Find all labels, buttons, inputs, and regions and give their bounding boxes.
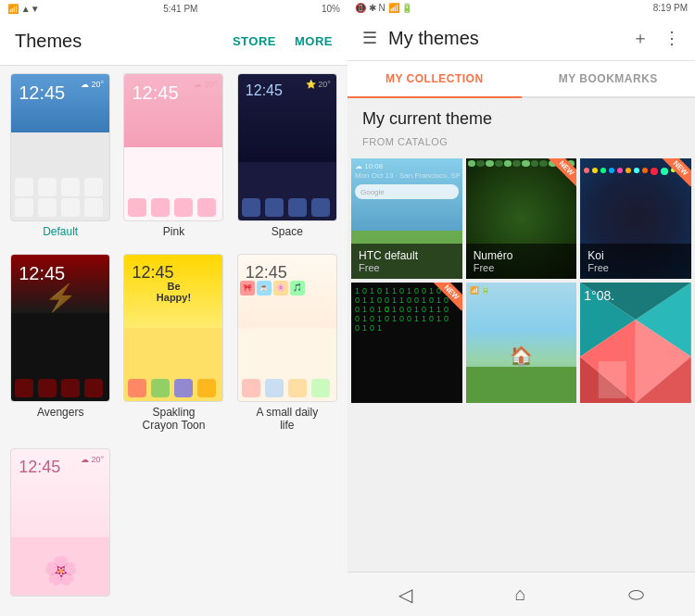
theme-clock-floral: 12:45 <box>19 459 60 475</box>
m-char: 1 <box>377 314 385 323</box>
koi-dot <box>651 168 658 175</box>
app-icon <box>15 379 33 397</box>
new-badge-matrix <box>431 283 462 314</box>
store-button[interactable]: STORE <box>233 34 276 48</box>
right-status-bar: 📵 ✱ N 📶 🔋 8:19 PM <box>348 0 695 16</box>
catalog-thumb-nature: 📶 🔋 🏠 <box>466 283 577 403</box>
m-char: 1 <box>392 305 399 314</box>
back-button[interactable]: ◁ <box>398 584 412 606</box>
bottom-nav: ◁ ⌂ ⬭ <box>348 572 695 616</box>
catalog-item-numero[interactable]: Numéro Free <box>466 158 577 279</box>
theme-item-floral[interactable]: 12:45 ☁ 20° 🌸 <box>7 448 113 609</box>
m-char: 0 <box>370 323 377 333</box>
nature-status: 📶 🔋 <box>470 286 490 295</box>
app-icon <box>265 198 284 217</box>
catalog-name-htc: HTC default <box>359 249 455 262</box>
home-button[interactable]: ⌂ <box>514 584 525 605</box>
m-char: 1 <box>377 305 385 314</box>
tabs-bar: MY COLLECTION MY BOOKMARKS <box>348 61 695 98</box>
m-char: 1 <box>392 286 399 295</box>
app-icon <box>15 198 33 217</box>
catalog-price-numero: Free <box>474 262 570 273</box>
m-char: 0 <box>355 314 362 323</box>
koi-dot <box>626 168 631 173</box>
right-title: My themes <box>388 28 479 49</box>
theme-item-daily[interactable]: 12:45 🎀 ☕ 🌸 🎵 A small daily life <box>234 254 340 440</box>
app-icon <box>242 198 260 217</box>
new-badge-koi <box>660 158 691 190</box>
m-char: 1 <box>392 314 399 323</box>
catalog-item-poly[interactable]: 1°08. <box>580 283 691 403</box>
theme-item-default[interactable]: 12:45 ☁ 20° Default <box>7 73 113 246</box>
m-char: 1 <box>370 295 377 305</box>
theme-item-avengers[interactable]: 12:45 ⚡ Avengers <box>7 254 113 440</box>
dot <box>512 160 521 167</box>
right-header-actions: ＋ ⋮ <box>632 27 680 49</box>
more-button[interactable]: MORE <box>295 34 333 48</box>
catalog-item-koi[interactable]: Koi Free <box>580 158 691 279</box>
koi-dot <box>592 168 598 173</box>
m-char: 0 <box>399 314 407 323</box>
theme-thumb-pink: 12:45 ☁ 20° <box>123 73 223 221</box>
theme-label-pink: Pink <box>163 225 184 238</box>
recent-button[interactable]: ⬭ <box>628 584 644 605</box>
app-icon <box>38 198 57 217</box>
theme-item-crayon[interactable]: 12:45 BeHappy! Spakling Crayon Toon <box>120 254 226 440</box>
left-title: Themes <box>15 31 82 52</box>
catalog-thumb-matrix: 1010110100101011001100101001010100101100… <box>351 283 462 403</box>
right-header: ☰ My themes ＋ ⋮ <box>348 16 695 61</box>
app-icon <box>84 178 103 196</box>
add-icon[interactable]: ＋ <box>632 27 649 49</box>
theme-clock-default: 12:45 <box>19 83 65 102</box>
m-char: 0 <box>370 305 377 314</box>
m-char: 0 <box>362 286 370 295</box>
weather-pink: ☁ 20° <box>194 80 217 89</box>
m-char: 0 <box>407 314 414 323</box>
theme-clock-space: 12:45 <box>246 83 283 98</box>
theme-thumb-crayon: 12:45 BeHappy! <box>123 254 223 402</box>
overflow-icon[interactable]: ⋮ <box>663 28 680 48</box>
m-char: 1 <box>370 286 377 295</box>
theme-item-pink[interactable]: 12:45 ☁ 20° Pink <box>120 73 226 246</box>
tab-bookmarks[interactable]: MY BOOKMARKS <box>522 61 696 96</box>
weather-space: ⭐ 20° <box>306 80 331 89</box>
dot <box>476 160 485 167</box>
app-icon <box>38 379 57 397</box>
theme-label-avengers: Avengers <box>37 406 83 419</box>
app-icon <box>151 379 170 397</box>
m-char: 1 <box>422 314 429 323</box>
app-icon <box>311 198 330 217</box>
catalog-item-nature[interactable]: 📶 🔋 🏠 <box>466 283 577 403</box>
m-char: 1 <box>414 305 422 314</box>
catalog-info-numero: Numéro Free <box>466 244 577 279</box>
dot <box>495 160 503 167</box>
koi-dot <box>609 168 614 173</box>
nature-grass <box>466 367 577 403</box>
m-char: 0 <box>385 295 392 305</box>
m-char: 0 <box>422 286 429 295</box>
app-icon <box>265 379 284 397</box>
app-icon <box>61 198 80 217</box>
theme-thumb-daily: 12:45 🎀 ☕ 🌸 🎵 <box>237 254 337 402</box>
theme-clock-pink: 12:45 <box>132 83 178 102</box>
m-char: 1 <box>362 305 370 314</box>
catalog-item-htc[interactable]: ☁ 10:08 Mon Oct 13 · San Francisco, SF G… <box>351 158 462 279</box>
left-panel: 📶 ▲▼ 5:41 PM 10% Themes STORE MORE 12:45… <box>0 0 348 616</box>
tab-collection-label: MY COLLECTION <box>385 72 484 85</box>
app-icon <box>311 379 330 397</box>
catalog-thumb-poly: 1°08. <box>580 283 691 403</box>
theme-label-daily: A small daily life <box>256 406 318 432</box>
dot <box>468 160 476 167</box>
right-header-left: ☰ My themes <box>362 28 479 49</box>
m-char: 1 <box>414 314 422 323</box>
catalog-item-matrix[interactable]: 1010110100101011001100101001010100101100… <box>351 283 462 403</box>
theme-item-space[interactable]: 12:45 ⭐ 20° Space <box>234 73 340 246</box>
theme-thumb-space: 12:45 ⭐ 20° <box>237 73 337 221</box>
m-char: 0 <box>370 314 377 323</box>
app-icon <box>197 198 216 217</box>
m-char: 1 <box>362 314 370 323</box>
catalog-grid: ☁ 10:08 Mon Oct 13 · San Francisco, SF G… <box>348 155 695 407</box>
menu-icon[interactable]: ☰ <box>362 28 377 48</box>
tab-collection[interactable]: MY COLLECTION <box>348 61 522 98</box>
app-icon <box>288 198 307 217</box>
